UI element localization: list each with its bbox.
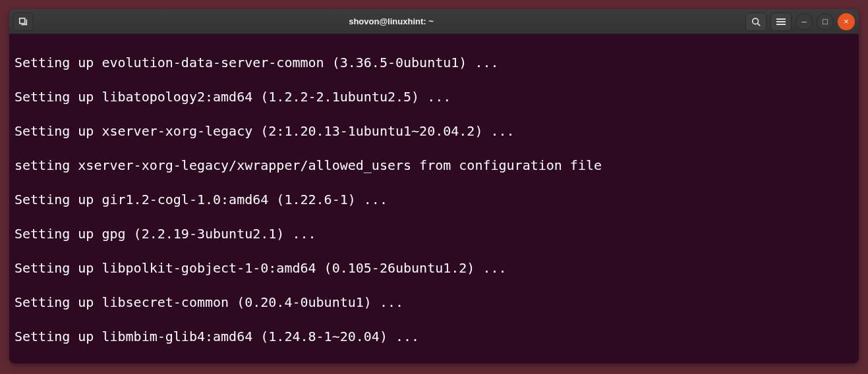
svg-rect-0: [20, 18, 25, 23]
maximize-button[interactable]: □: [817, 13, 834, 30]
close-button[interactable]: ×: [838, 13, 855, 30]
output-line: Setting up libmbim-glib4:amd64 (1.24.8-1…: [14, 328, 854, 345]
output-line: Setting up xserver-xorg-legacy (2:1.20.1…: [14, 122, 854, 140]
output-line: Setting up libpolkit-gobject-1-0:amd64 (…: [14, 259, 854, 277]
output-line: setting xserver-xorg-legacy/xwrapper/all…: [14, 157, 854, 174]
new-tab-button[interactable]: [13, 13, 33, 31]
svg-point-1: [753, 18, 759, 24]
output-line: Setting up libsecret-common (0.20.4-0ubu…: [14, 294, 854, 311]
terminal-window: shovon@linuxhint: ~ – □ × Setting up evo…: [9, 9, 859, 363]
titlebar: shovon@linuxhint: ~ – □ ×: [9, 9, 859, 34]
minimize-button[interactable]: –: [796, 13, 813, 30]
search-button[interactable]: [745, 13, 767, 31]
hamburger-icon: [776, 21, 786, 22]
output-line: Setting up libprocps8:amd64 (2:3.3.16-1u…: [14, 362, 854, 363]
output-line: Setting up evolution-data-server-common …: [14, 54, 854, 71]
terminal-output[interactable]: Setting up evolution-data-server-common …: [9, 34, 859, 363]
svg-line-2: [758, 23, 761, 26]
menu-button[interactable]: [770, 13, 792, 31]
window-title: shovon@linuxhint: ~: [37, 16, 745, 26]
output-line: Setting up libatopology2:amd64 (1.2.2-2.…: [14, 88, 854, 105]
output-line: Setting up gir1.2-cogl-1.0:amd64 (1.22.6…: [14, 191, 854, 208]
output-line: Setting up gpg (2.2.19-3ubuntu2.1) ...: [14, 225, 854, 242]
